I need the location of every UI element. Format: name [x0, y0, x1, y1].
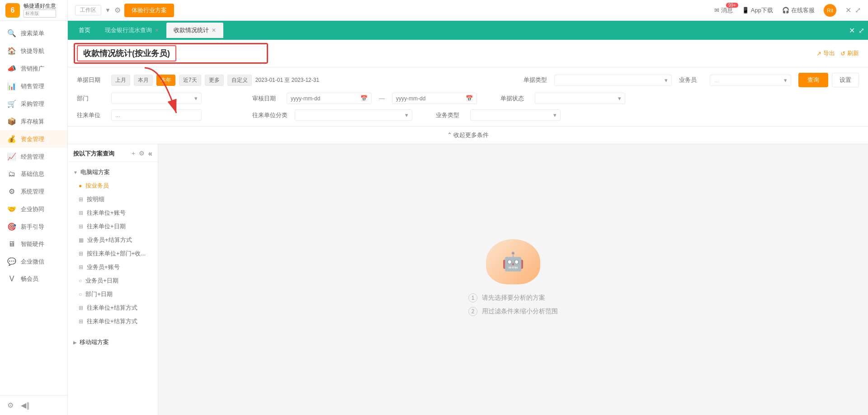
settings-bottom-icon[interactable]: ⚙	[7, 401, 14, 410]
date-label: 单据日期	[77, 76, 104, 84]
maximize-icon[interactable]: ⤢	[855, 6, 861, 14]
mobile-icon: 📱	[742, 7, 749, 14]
sidebar-item-search[interactable]: 🔍 搜索菜单	[0, 24, 67, 42]
export-icon: ↗	[816, 50, 821, 57]
sidebar-item-marketing[interactable]: 📣 营销推广	[0, 60, 67, 77]
docstatus-select[interactable]: ▾	[535, 93, 625, 104]
scheme-item-dept-date[interactable]: ○ 部门+日期	[68, 288, 158, 301]
date-btn-more[interactable]: 更多	[205, 75, 224, 86]
export-button[interactable]: ↗ 导出	[816, 49, 835, 57]
scheme-add-button[interactable]: +	[132, 150, 135, 158]
empty-illustration: 🤖	[486, 239, 540, 284]
scheme-item-partner-dept[interactable]: ⊞ 按往来单位+部门+收...	[68, 247, 158, 260]
tab-close-receipt-icon[interactable]: ✕	[212, 27, 216, 33]
partner-select[interactable]: ...	[111, 109, 202, 121]
date-btn-custom[interactable]: 自定义	[227, 75, 252, 86]
logo-name: 畅捷通好生意	[24, 3, 56, 10]
sidebar-item-sales[interactable]: 📊 销售管理	[0, 77, 67, 95]
pc-group-toggle[interactable]: ▼ 电脑端方案	[68, 165, 158, 179]
review-to-input[interactable]	[396, 95, 464, 102]
dept-select[interactable]: ▾	[111, 93, 202, 104]
date-btn-7days[interactable]: 近7天	[179, 75, 201, 86]
review-date-to[interactable]: 📅	[392, 93, 477, 104]
scheme-item-salesperson-settle[interactable]: ▦ 业务员+结算方式	[68, 233, 158, 247]
review-from-input[interactable]	[291, 95, 359, 102]
scheme-sp-date-icon: ○	[79, 278, 82, 284]
date-btn-lastmonth[interactable]: 上月	[111, 75, 130, 86]
logo-info: 畅捷通好生意 标准版	[24, 3, 56, 18]
scheme-collapse-icon[interactable]: «	[148, 150, 152, 158]
sidebar-item-finance[interactable]: 💰 资金管理	[0, 130, 67, 148]
tab-bank-flow[interactable]: 现金银行流水查询 ✕	[98, 23, 166, 38]
page-header: 收款情况统计(按业务员) ↗ 导出 ↺ 刷新	[68, 40, 868, 67]
calendar-from-icon[interactable]: 📅	[360, 95, 368, 102]
tab-receipt-stats[interactable]: 收款情况统计 ✕	[166, 23, 223, 38]
sidebar-item-wechat[interactable]: 💬 企业微信	[0, 253, 67, 270]
app-download-button[interactable]: 📱 App下载	[742, 6, 773, 14]
tab-home[interactable]: 首页	[71, 23, 98, 38]
salesperson-select[interactable]: ... ▾	[710, 75, 791, 86]
date-btn-thisyear[interactable]: 本年	[156, 75, 175, 86]
scheme-item-partner-account[interactable]: ⊞ 往来单位+账号	[68, 206, 158, 220]
setting-button[interactable]: 设置	[832, 73, 859, 87]
tab-bar-close-icon[interactable]: ✕	[849, 26, 855, 35]
sidebar-item-corp[interactable]: 🤝 企业协同	[0, 200, 67, 218]
sidebar-item-hardware[interactable]: 🖥 智能硬件	[0, 236, 67, 253]
user-menu[interactable]: Rit	[824, 4, 836, 17]
corp-icon: 🤝	[7, 205, 16, 213]
scheme-dept-date-icon: ○	[79, 291, 82, 297]
scheme-settings-icon[interactable]: ⚙	[139, 150, 145, 158]
hardware-icon: 🖥	[7, 240, 16, 248]
scheme-item-salesperson[interactable]: ● 按业务员	[68, 179, 158, 193]
tab-bar-expand-icon[interactable]: ⤢	[859, 26, 864, 35]
scheme-item-salesperson-date[interactable]: ○ 业务员+日期	[68, 274, 158, 288]
scheme-item-partner-date[interactable]: ⊞ 往来单位+日期	[68, 220, 158, 233]
message-button[interactable]: ✉ 消息 99+	[714, 6, 733, 14]
date-btn-thismonth[interactable]: 本月	[134, 75, 153, 86]
scheme-item-detail[interactable]: ⊞ 按明细	[68, 193, 158, 206]
scheme-panel: 按以下方案查询 + ⚙ « ▼ 电脑端方案 ● 按业务员 ⊞ 按明	[68, 144, 158, 415]
scheme-item-partner-settle1[interactable]: ⊞ 往来单位+结算方式	[68, 301, 158, 315]
calendar-to-icon[interactable]: 📅	[466, 95, 473, 102]
close-icon[interactable]: ✕	[845, 6, 851, 14]
biztype-select[interactable]: ▾	[470, 109, 561, 121]
sidebar-item-guide[interactable]: 🎯 新手引导	[0, 218, 67, 236]
step-num-2: 2	[468, 307, 477, 316]
online-service-button[interactable]: 🎧 在线客服	[782, 6, 815, 14]
logo-icon: 6	[5, 3, 20, 18]
avatar: Rit	[824, 4, 836, 17]
query-button[interactable]: 查询	[798, 73, 828, 87]
collapse-bottom-icon[interactable]: ◀‖	[21, 401, 30, 410]
salesperson-dots: ...	[714, 77, 719, 84]
dropdown-arrow-icon[interactable]: ▼	[105, 7, 111, 14]
scheme-item-partner-settle2[interactable]: ⊞ 往来单位+结算方式	[68, 315, 158, 328]
sidebar-item-purchase[interactable]: 🛒 采购管理	[0, 95, 67, 113]
gear-icon[interactable]: ⚙	[114, 6, 121, 14]
mobile-group-toggle[interactable]: ▶ 移动端方案	[68, 335, 158, 349]
sidebar-item-inventory[interactable]: 📦 库存核算	[0, 113, 67, 130]
sidebar-item-operations[interactable]: 📈 经营管理	[0, 148, 67, 165]
refresh-button[interactable]: ↺ 刷新	[840, 49, 859, 57]
doctype-select[interactable]: ▾	[554, 75, 672, 86]
date-range-display: 2023-01-01 至 2023-12-31	[255, 76, 319, 84]
empty-state: 🤖 1 请先选择要分析的方案 2 用过滤条件来缩小分析范围	[468, 239, 558, 321]
sidebar-bottom: ⚙ ◀‖	[0, 395, 67, 415]
docstatus-dropdown-icon: ▾	[618, 95, 621, 102]
try-industry-button[interactable]: 体验行业方案	[124, 4, 174, 17]
review-date-from[interactable]: 📅	[287, 93, 372, 104]
sidebar-item-system[interactable]: ⚙ 系统管理	[0, 183, 67, 200]
wechat-icon: 💬	[7, 257, 16, 266]
sidebar-item-quicknav[interactable]: 🏠 快捷导航	[0, 42, 67, 60]
sidebar-item-member[interactable]: V 畅会员	[0, 270, 67, 288]
sidebar: 6 畅捷通好生意 标准版 🔍 搜索菜单 🏠 快捷导航 📣 营销推广 📊 销售管理…	[0, 0, 68, 415]
sidebar-item-basicinfo[interactable]: 🗂 基础信息	[0, 165, 67, 183]
salesperson-label: 业务员	[679, 76, 706, 84]
tab-close-bank-icon[interactable]: ✕	[155, 27, 159, 33]
scheme-header: 按以下方案查询 + ⚙ «	[68, 150, 158, 162]
dept-dropdown-icon: ▾	[194, 95, 198, 102]
partner-category-select[interactable]: ▾	[295, 109, 412, 121]
partner-dots: ...	[115, 112, 120, 118]
collapse-bar[interactable]: ⌃ 收起更多条件	[68, 127, 868, 144]
scheme-item-salesperson-account[interactable]: ⊞ 业务员+账号	[68, 260, 158, 274]
scheme-header-actions: + ⚙ «	[132, 150, 152, 158]
